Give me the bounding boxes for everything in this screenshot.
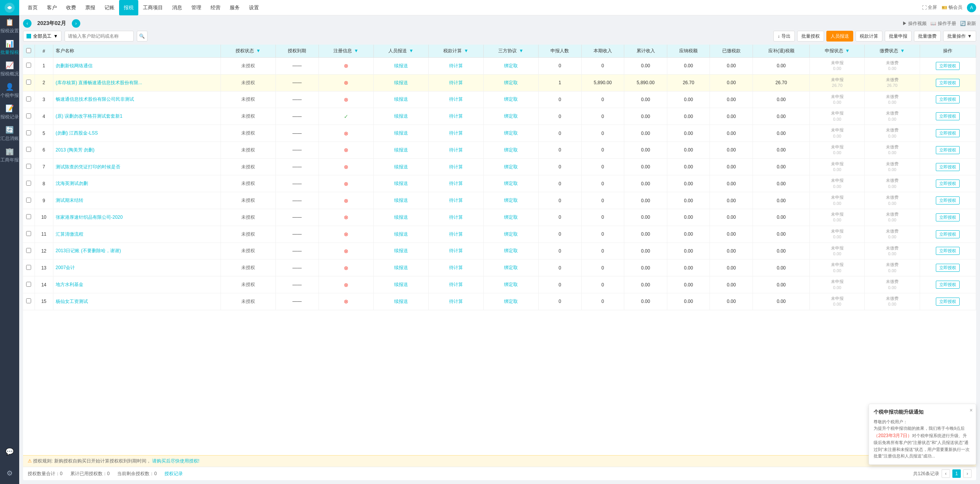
cell-checkbox[interactable] xyxy=(23,125,35,142)
nav-jingying[interactable]: 经营 xyxy=(206,0,225,15)
auth-action-btn-6[interactable]: 立即授权 xyxy=(936,163,960,171)
tax-calc-button[interactable]: 税款计算 xyxy=(856,31,882,42)
nav-shezhi[interactable]: 设置 xyxy=(244,0,264,15)
cell-tax-calc[interactable]: 待计算 xyxy=(428,74,483,91)
batch-auth-button[interactable]: 批量授权 xyxy=(797,31,824,42)
nav-piaojv[interactable]: 票报 xyxy=(81,0,100,15)
cell-action[interactable]: 立即授权 xyxy=(920,276,976,293)
people-report-link-7[interactable]: 续报送 xyxy=(394,181,408,186)
cell-action[interactable]: 立即授权 xyxy=(920,108,976,125)
customer-link-4[interactable]: (勿删) 江西股金-LSS xyxy=(56,130,98,136)
triparty-link-9[interactable]: 绑定取 xyxy=(504,215,518,220)
cell-customer[interactable]: 勿删新锐网络通信 xyxy=(53,58,221,75)
tax-calc-link-6[interactable]: 待计算 xyxy=(449,164,463,170)
cell-triparty[interactable]: 绑定取 xyxy=(483,141,538,158)
auth-action-btn-7[interactable]: 立即授权 xyxy=(936,180,960,188)
cell-people-report[interactable]: 续报送 xyxy=(373,226,428,243)
sidebar-item-settings[interactable]: ⚙ xyxy=(0,462,19,484)
operation-video-btn[interactable]: ▶ 操作视频 xyxy=(902,20,927,27)
cell-people-report[interactable]: 续报送 xyxy=(373,91,428,108)
customer-link-11[interactable]: 2013日记账 (不要删除哈，谢谢) xyxy=(56,248,121,253)
cell-customer[interactable]: 杨仙女工资测试 xyxy=(53,293,221,310)
prev-page-btn[interactable]: ‹ xyxy=(942,469,950,478)
people-report-button[interactable]: 人员报送 xyxy=(826,31,853,42)
sidebar-item-baoshui-jilu[interactable]: 📝 报税记录 xyxy=(0,101,19,123)
cell-triparty[interactable]: 绑定取 xyxy=(483,108,538,125)
cell-triparty[interactable]: 绑定取 xyxy=(483,158,538,175)
cell-people-report[interactable]: 续报送 xyxy=(373,293,428,310)
customer-link-7[interactable]: 沈海英测试勿删 xyxy=(56,181,88,186)
employee-filter[interactable]: 全部员工 ▼ xyxy=(23,31,61,42)
cell-tax-calc[interactable]: 待计算 xyxy=(428,243,483,259)
cell-action[interactable]: 立即授权 xyxy=(920,243,976,259)
triparty-link-8[interactable]: 绑定取 xyxy=(504,198,518,203)
cell-checkbox[interactable] xyxy=(23,276,35,293)
auth-action-btn-12[interactable]: 立即授权 xyxy=(936,264,960,272)
tax-calc-link-8[interactable]: 待计算 xyxy=(449,198,463,203)
cell-triparty[interactable]: 绑定取 xyxy=(483,226,538,243)
customer-link-0[interactable]: 勿删新锐网络通信 xyxy=(56,63,93,68)
cell-tax-calc[interactable]: 待计算 xyxy=(428,108,483,125)
row-checkbox-1[interactable] xyxy=(26,80,31,85)
cell-action[interactable]: 立即授权 xyxy=(920,209,976,226)
triparty-link-5[interactable]: 绑定取 xyxy=(504,147,518,153)
row-checkbox-8[interactable] xyxy=(26,198,31,203)
cell-triparty[interactable]: 绑定取 xyxy=(483,243,538,259)
cell-action[interactable]: 立即授权 xyxy=(920,192,976,209)
customer-link-12[interactable]: 2007会计 xyxy=(56,265,75,270)
auth-action-btn-9[interactable]: 立即授权 xyxy=(936,213,960,221)
member-btn[interactable]: 🎫 畅会员 xyxy=(942,4,962,11)
operation-manual-btn[interactable]: 📖 操作手册 xyxy=(930,20,956,27)
cell-people-report[interactable]: 续报送 xyxy=(373,58,428,75)
auth-action-btn-4[interactable]: 立即授权 xyxy=(936,129,960,137)
cell-people-report[interactable]: 续报送 xyxy=(373,125,428,142)
sidebar-item-huizong[interactable]: 🔄 汇总消账 xyxy=(0,123,19,145)
sidebar-item-gongshang-nian[interactable]: 🏢 工商年报 xyxy=(0,145,19,166)
search-button[interactable]: 🔍 xyxy=(137,31,148,42)
cell-action[interactable]: 立即授权 xyxy=(920,125,976,142)
cell-people-report[interactable]: 续报送 xyxy=(373,243,428,259)
batch-report-button[interactable]: 批量申报 xyxy=(885,31,912,42)
customer-link-13[interactable]: 地方水利基金 xyxy=(56,282,83,287)
cell-customer[interactable]: 张家港厚速针织品有限公司-2020 xyxy=(53,209,221,226)
sidebar-item-piliang-baoshui[interactable]: 📊 批量报税 xyxy=(0,37,19,58)
cell-checkbox[interactable] xyxy=(23,158,35,175)
cell-checkbox[interactable] xyxy=(23,243,35,259)
cell-tax-calc[interactable]: 待计算 xyxy=(428,276,483,293)
cell-tax-calc[interactable]: 待计算 xyxy=(428,91,483,108)
triparty-link-10[interactable]: 绑定取 xyxy=(504,231,518,237)
cell-checkbox[interactable] xyxy=(23,209,35,226)
auth-action-btn-2[interactable]: 立即授权 xyxy=(936,95,960,103)
people-report-link-4[interactable]: 续报送 xyxy=(394,130,408,136)
sidebar-item-baoshui-shezhi[interactable]: 📋 报税设置 xyxy=(0,15,19,37)
row-checkbox-9[interactable] xyxy=(26,214,31,219)
sidebar-item-geshen[interactable]: 👤 个税申报 xyxy=(0,80,19,101)
tax-calc-link-12[interactable]: 待计算 xyxy=(449,265,463,270)
auth-action-btn-10[interactable]: 立即授权 xyxy=(936,230,960,238)
user-avatar[interactable]: A xyxy=(967,3,976,12)
customer-link-9[interactable]: 张家港厚速针织品有限公司-2020 xyxy=(56,215,123,220)
triparty-link-7[interactable]: 绑定取 xyxy=(504,181,518,186)
cell-triparty[interactable]: 绑定取 xyxy=(483,276,538,293)
cell-checkbox[interactable] xyxy=(23,58,35,75)
cell-triparty[interactable]: 绑定取 xyxy=(483,175,538,192)
sidebar-item-baoshui-gaikuang[interactable]: 📈 报税概况 xyxy=(0,58,19,80)
table-wrapper[interactable]: # 客户名称 授权状态 ▼ 授权到期 注册信息 ▼ 人员报送 ▼ 税款计算 ▼ … xyxy=(23,45,976,455)
auth-action-btn-8[interactable]: 立即授权 xyxy=(936,196,960,205)
tax-calc-link-3[interactable]: 待计算 xyxy=(449,113,463,119)
th-tax-calc[interactable]: 税款计算 ▼ xyxy=(428,45,483,58)
cell-triparty[interactable]: 绑定取 xyxy=(483,209,538,226)
th-pay-status[interactable]: 缴费状态 ▼ xyxy=(865,45,920,58)
prev-period-btn[interactable]: ‹ xyxy=(23,19,32,28)
cell-tax-calc[interactable]: 待计算 xyxy=(428,192,483,209)
cell-people-report[interactable]: 续报送 xyxy=(373,108,428,125)
row-checkbox-14[interactable] xyxy=(26,298,31,303)
cell-customer[interactable]: (库存核算) 直播畅速通信息技术股份有限... xyxy=(53,74,221,91)
cell-people-report[interactable]: 续报送 xyxy=(373,192,428,209)
customer-link-1[interactable]: (库存核算) 直播畅速通信息技术股份有限... xyxy=(56,80,142,85)
people-report-link-2[interactable]: 续报送 xyxy=(394,96,408,102)
auth-action-btn-13[interactable]: 立即授权 xyxy=(936,281,960,289)
cell-customer[interactable]: 2013日记账 (不要删除哈，谢谢) xyxy=(53,243,221,259)
triparty-link-0[interactable]: 绑定取 xyxy=(504,63,518,68)
auth-action-btn-0[interactable]: 立即授权 xyxy=(936,62,960,70)
